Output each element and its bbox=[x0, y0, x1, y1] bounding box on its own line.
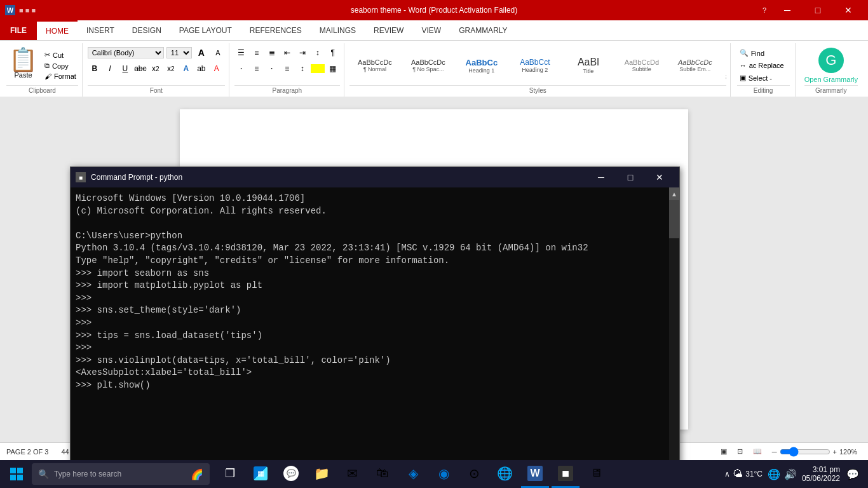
style-no-spacing[interactable]: AaBbCcDc ¶ No Spac... bbox=[403, 55, 454, 76]
tab-references[interactable]: REFERENCES bbox=[241, 20, 311, 40]
notification-button[interactable]: 💬 bbox=[845, 466, 860, 482]
find-button[interactable]: 🔍 Find bbox=[737, 48, 790, 58]
zoom-out-button[interactable]: ─ bbox=[772, 448, 777, 456]
style-normal[interactable]: AaBbCcDc ¶ Normal bbox=[349, 55, 400, 76]
italic-button[interactable]: I bbox=[103, 62, 117, 76]
highlight-button[interactable]: ab bbox=[194, 62, 208, 76]
globe-button[interactable]: 🌐 bbox=[491, 460, 519, 488]
tab-view[interactable]: VIEW bbox=[412, 20, 450, 40]
view-print-button[interactable]: ▣ bbox=[721, 447, 727, 456]
underline-button[interactable]: U bbox=[118, 62, 132, 76]
cmd-window-controls: ─ □ ✕ bbox=[587, 167, 674, 187]
style-subtitle[interactable]: AaBbCcDd Subtitle bbox=[616, 55, 667, 76]
task-view-button[interactable]: ❐ bbox=[216, 460, 244, 488]
decrease-indent-button[interactable]: ⇤ bbox=[280, 46, 294, 60]
select-button[interactable]: ▣ Select - bbox=[737, 72, 790, 83]
cmd-content[interactable]: Microsoft Windows [Version 10.0.19044.17… bbox=[71, 187, 669, 484]
date-display: 05/06/2022 bbox=[802, 474, 840, 483]
taskbar-search-bar[interactable]: 🔍 Type here to search 🌈 bbox=[32, 463, 210, 485]
view-read-button[interactable]: 📖 bbox=[753, 447, 762, 456]
format-painter-button[interactable]: 🖌 Format bbox=[43, 72, 78, 81]
sound-icon[interactable]: 🔊 bbox=[784, 468, 797, 480]
cmd-taskbar-button[interactable]: ■ bbox=[552, 460, 580, 488]
cmd-scrollbar[interactable]: ▲ ▼ bbox=[669, 187, 679, 484]
font-size-select[interactable]: 11 bbox=[166, 47, 192, 58]
increase-font-button[interactable]: A bbox=[194, 46, 208, 60]
help-icon[interactable]: ? bbox=[763, 6, 766, 14]
view-web-button[interactable]: ⊡ bbox=[737, 447, 743, 456]
cmd-restore-button[interactable]: □ bbox=[616, 167, 645, 187]
style-heading2[interactable]: AaBbCct Heading 2 bbox=[510, 55, 560, 76]
grammarly-icon[interactable]: G bbox=[818, 48, 844, 73]
zoom-slider[interactable] bbox=[780, 447, 831, 457]
cut-button[interactable]: ✂ Cut bbox=[43, 50, 78, 60]
align-center-button[interactable]: ≡ bbox=[250, 62, 264, 76]
scrollbar-up[interactable]: ▲ bbox=[669, 187, 679, 200]
edge-dev-button[interactable]: ◈ bbox=[399, 460, 427, 488]
windows-logo-icon bbox=[10, 468, 23, 480]
restore-button[interactable]: □ bbox=[803, 0, 832, 20]
copy-button[interactable]: ⧉ Copy bbox=[43, 61, 78, 71]
tab-design[interactable]: DESIGN bbox=[123, 20, 170, 40]
style-heading1[interactable]: AaBbCc Heading 1 bbox=[456, 55, 507, 77]
start-button[interactable] bbox=[3, 460, 31, 488]
document-area: ■ Command Prompt - python ─ □ ✕ Microsof… bbox=[0, 97, 868, 442]
replace-button[interactable]: ↔ ac Replace bbox=[737, 60, 790, 71]
justify-button[interactable]: ≡ bbox=[280, 62, 294, 76]
tab-page-layout[interactable]: PAGE LAYOUT bbox=[170, 20, 241, 40]
word-taskbar-button[interactable]: W bbox=[521, 460, 549, 488]
mail-button[interactable]: ✉ bbox=[338, 460, 366, 488]
superscript-button[interactable]: x2 bbox=[164, 62, 178, 76]
cmd-titlebar-left: ■ Command Prompt - python bbox=[76, 172, 182, 182]
sort-button[interactable]: ↕ bbox=[311, 46, 325, 60]
paste-button[interactable]: 📋 Paste bbox=[6, 46, 40, 85]
tab-insert[interactable]: INSERT bbox=[78, 20, 123, 40]
tab-review[interactable]: REVIEW bbox=[365, 20, 412, 40]
tab-grammarly[interactable]: GRAMMARLY bbox=[450, 20, 516, 40]
scrollbar-thumb[interactable] bbox=[669, 200, 679, 238]
tab-home[interactable]: HOME bbox=[37, 20, 78, 40]
zoom-level[interactable]: 120% bbox=[839, 448, 862, 456]
font-group-label: Font bbox=[88, 85, 225, 94]
edge-button[interactable]: ◉ bbox=[430, 460, 458, 488]
text-effects-button[interactable]: A bbox=[179, 62, 193, 76]
font-color-button[interactable]: A bbox=[210, 62, 224, 76]
sign-in-button[interactable]: Sign in bbox=[517, 26, 555, 35]
network-icon[interactable]: 🌐 bbox=[768, 468, 780, 480]
multilevel-button[interactable]: ≣ bbox=[265, 46, 279, 60]
minimize-button[interactable]: ─ bbox=[773, 0, 802, 20]
chrome-button[interactable]: ⊙ bbox=[460, 460, 488, 488]
remote-button[interactable]: 🖥 bbox=[582, 460, 610, 488]
increase-indent-button[interactable]: ⇥ bbox=[295, 46, 309, 60]
tab-file[interactable]: FILE bbox=[0, 20, 37, 40]
bullets-button[interactable]: ☰ bbox=[234, 46, 248, 60]
chat-button[interactable]: 💬 bbox=[277, 460, 305, 488]
up-arrow-icon[interactable]: ∧ bbox=[724, 470, 730, 478]
subscript-button[interactable]: x2 bbox=[149, 62, 163, 76]
open-grammarly-button[interactable]: Open Grammarly bbox=[804, 76, 858, 83]
clipboard-group: 📋 Paste ✂ Cut ⧉ Copy 🖌 Format Clipboard bbox=[3, 43, 83, 97]
tab-mailings[interactable]: MAILINGS bbox=[311, 20, 365, 40]
cmd-close-button[interactable]: ✕ bbox=[645, 167, 674, 187]
line-spacing-button[interactable]: ↕ bbox=[295, 62, 309, 76]
show-formatting-button[interactable]: ¶ bbox=[326, 46, 340, 60]
bold-button[interactable]: B bbox=[88, 62, 102, 76]
clock[interactable]: 3:01 pm 05/06/2022 bbox=[802, 465, 840, 483]
file-explorer-button[interactable]: 📁 bbox=[308, 460, 336, 488]
cmd-minimize-button[interactable]: ─ bbox=[587, 167, 616, 187]
align-left-button[interactable]: ⬝ bbox=[234, 62, 248, 76]
style-title[interactable]: AaBl Title bbox=[563, 53, 614, 78]
style-subtle-em[interactable]: AaBbCcDc Subtle Em... bbox=[670, 55, 721, 76]
decrease-font-button[interactable]: A bbox=[211, 46, 225, 60]
font-family-select[interactable]: Calibri (Body) bbox=[88, 47, 164, 58]
align-right-button[interactable]: ⬝ bbox=[265, 62, 279, 76]
microsoft-store-button[interactable]: 🛍 bbox=[369, 460, 397, 488]
borders-button[interactable]: ▦ bbox=[326, 62, 340, 76]
close-button[interactable]: ✕ bbox=[834, 0, 863, 20]
zoom-in-button[interactable]: + bbox=[833, 448, 837, 456]
styles-scroll[interactable]: ▲ ▼ ≡ bbox=[726, 49, 726, 82]
widgets-button[interactable]: ▦ bbox=[247, 460, 275, 488]
shading-button[interactable] bbox=[311, 64, 325, 73]
strikethrough-button[interactable]: abc bbox=[133, 62, 147, 76]
numbering-button[interactable]: ≡ bbox=[250, 46, 264, 60]
